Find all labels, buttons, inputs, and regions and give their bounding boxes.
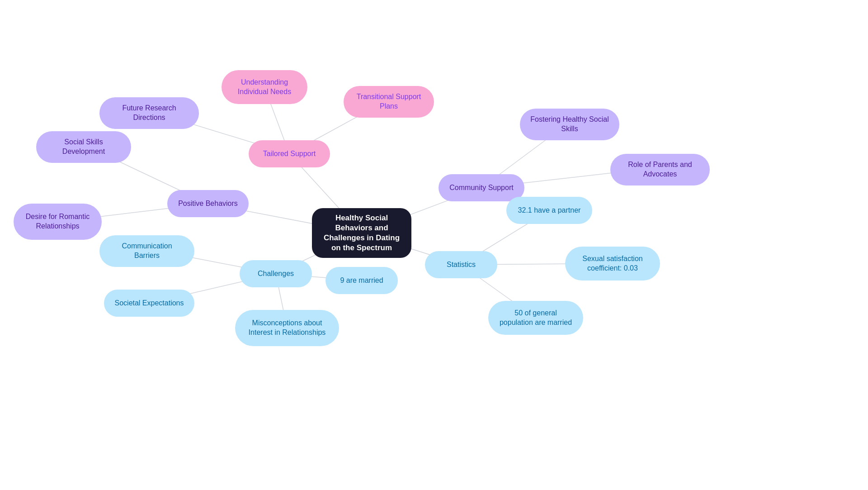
community-support-node[interactable]: Community Support	[439, 174, 524, 201]
sexual-satisfaction-node[interactable]: Sexual satisfaction coefficient: 0.03	[565, 247, 660, 281]
understanding-individual-needs-node[interactable]: Understanding Individual Needs	[222, 70, 307, 104]
social-skills-development-node[interactable]: Social Skills Development	[36, 131, 131, 163]
center-node[interactable]: Healthy Social Behaviors and Challenges …	[312, 208, 411, 258]
challenges-node[interactable]: Challenges	[240, 260, 312, 287]
tailored-support-node[interactable]: Tailored Support	[249, 140, 330, 167]
transitional-support-plans-node[interactable]: Transitional Support Plans	[344, 86, 434, 118]
desire-romantic-node[interactable]: Desire for Romantic Relationships	[14, 204, 102, 240]
mindmap-container: Healthy Social Behaviors and Challenges …	[0, 0, 868, 490]
communication-barriers-node[interactable]: Communication Barriers	[99, 235, 194, 267]
role-parents-node[interactable]: Role of Parents and Advocates	[610, 154, 710, 186]
nine-married-node[interactable]: 9 are married	[326, 267, 398, 294]
misconceptions-node[interactable]: Misconceptions about Interest in Relatio…	[235, 310, 339, 346]
societal-expectations-node[interactable]: Societal Expectations	[104, 290, 194, 317]
statistics-node[interactable]: Statistics	[425, 251, 497, 278]
fostering-healthy-node[interactable]: Fostering Healthy Social Skills	[520, 109, 619, 140]
general-married-node[interactable]: 50 of general population are married	[488, 301, 583, 335]
positive-behaviors-node[interactable]: Positive Behaviors	[167, 190, 249, 217]
have-partner-node[interactable]: 32.1 have a partner	[506, 197, 592, 224]
future-research-directions-node[interactable]: Future Research Directions	[99, 97, 199, 129]
